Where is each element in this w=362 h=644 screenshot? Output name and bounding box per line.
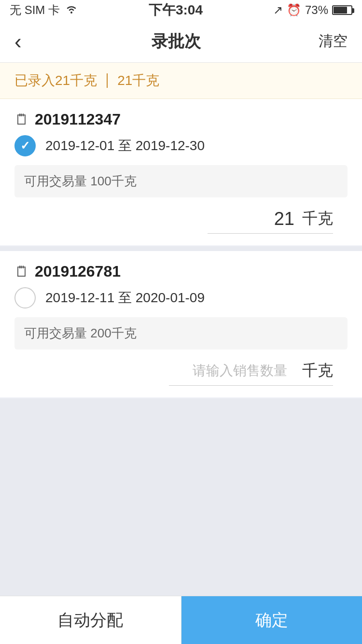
back-button[interactable]: ‹ bbox=[14, 29, 43, 54]
recorded-amount-label: 已录入21千克 bbox=[14, 71, 97, 90]
batch-item-2: 🗒 2019126781 2019-12-11 至 2020-01-09 可用交… bbox=[0, 251, 362, 397]
svg-point-0 bbox=[70, 12, 72, 14]
batch-1-quantity-value: 21 bbox=[274, 209, 294, 229]
wifi-icon bbox=[65, 3, 78, 17]
auto-distribute-button[interactable]: 自动分配 bbox=[0, 596, 181, 644]
confirm-button[interactable]: 确定 bbox=[181, 596, 362, 644]
footer: 自动分配 确定 bbox=[0, 596, 362, 644]
batch-2-quantity-input[interactable] bbox=[150, 363, 294, 378]
batch-2-id: 2019126781 bbox=[35, 263, 121, 280]
batch-1-available: 可用交易量 100千克 bbox=[14, 165, 348, 197]
battery-icon bbox=[332, 5, 352, 15]
status-left: 无 SIM 卡 bbox=[10, 2, 78, 18]
batch-2-header: 🗒 2019126781 bbox=[14, 263, 348, 280]
batch-1-header: 🗒 2019112347 bbox=[14, 111, 348, 128]
batch-2-date-row: 2019-12-11 至 2020-01-09 bbox=[14, 287, 348, 308]
batch-2-underline bbox=[169, 385, 333, 386]
batch-1-date: 2019-12-01 至 2019-12-30 bbox=[45, 137, 205, 155]
battery-percent: 73% bbox=[305, 3, 328, 17]
batch-1-date-row: 2019-12-01 至 2019-12-30 bbox=[14, 135, 348, 156]
batch-1-underline bbox=[208, 233, 333, 234]
clear-button[interactable]: 清空 bbox=[309, 31, 348, 51]
alarm-icon: ⏰ bbox=[287, 3, 301, 17]
batch-1-id: 2019112347 bbox=[35, 111, 121, 128]
nav-bar: ‹ 录批次 清空 bbox=[0, 20, 362, 63]
batch-item-1: 🗒 2019112347 2019-12-01 至 2019-12-30 可用交… bbox=[0, 99, 362, 245]
banner-divider bbox=[107, 73, 108, 88]
section-separator bbox=[0, 246, 362, 251]
carrier-label: 无 SIM 卡 bbox=[10, 2, 60, 18]
location-icon: ↗ bbox=[273, 3, 283, 17]
status-bar: 无 SIM 卡 下午3:04 ↗ ⏰ 73% bbox=[0, 0, 362, 20]
batch-2-icon: 🗒 bbox=[14, 264, 29, 280]
batch-1-icon: 🗒 bbox=[14, 112, 29, 128]
batch-1-radio[interactable] bbox=[14, 135, 36, 156]
batch-2-unit: 千克 bbox=[302, 360, 333, 381]
bottom-spacer bbox=[0, 398, 362, 611]
batch-2-radio[interactable] bbox=[14, 287, 36, 308]
status-right: ↗ ⏰ 73% bbox=[273, 3, 352, 17]
batch-1-unit: 千克 bbox=[302, 208, 333, 229]
batch-2-date: 2019-12-11 至 2020-01-09 bbox=[45, 289, 205, 307]
recorded-amount-value: 21千克 bbox=[117, 71, 159, 90]
time-display: 下午3:04 bbox=[149, 1, 203, 19]
info-banner: 已录入21千克 21千克 bbox=[0, 63, 362, 99]
batch-2-available: 可用交易量 200千克 bbox=[14, 317, 348, 350]
page-title: 录批次 bbox=[152, 30, 201, 53]
